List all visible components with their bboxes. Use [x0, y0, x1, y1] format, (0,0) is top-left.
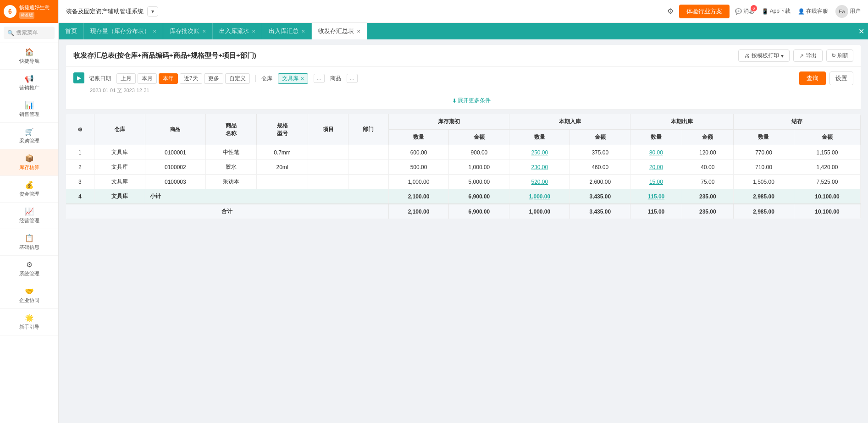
row-bal-qty: 770.00	[734, 145, 794, 160]
date-range-display: 2023-01-01 至 2023-12-31	[90, 88, 149, 93]
th-bal-qty: 数量	[734, 130, 794, 145]
th-out-amt: 金额	[682, 130, 733, 145]
sub-out-amt: 235.00	[682, 189, 733, 204]
messages-btn[interactable]: 💬 消息 6	[735, 7, 754, 15]
row-dept	[348, 160, 388, 175]
tab-close-batch[interactable]: ✕	[202, 29, 206, 34]
shortcut-this-year[interactable]: 本年	[159, 73, 178, 84]
th-dept: 部门	[348, 114, 388, 145]
basic-icon: 📋	[25, 234, 34, 242]
corp-icon: 🤝	[25, 287, 34, 296]
row-goods-code: 0100001	[145, 145, 205, 160]
content-area: 收发存汇总表(按仓库+商品编码+商品+规格型号+项目+部门) 🖨 按模板打印 ▾…	[59, 39, 868, 423]
goods-dots-btn[interactable]: ...	[347, 74, 358, 83]
sidebar-item-operations[interactable]: 📈 经营管理	[0, 203, 58, 229]
system-dropdown[interactable]: ▾	[147, 6, 158, 16]
print-btn[interactable]: 🖨 按模板打印 ▾	[738, 49, 790, 62]
sidebar-item-inventory[interactable]: 📦 库存核算	[0, 149, 58, 176]
row-warehouse: 文具库	[94, 175, 145, 189]
sub-warehouse: 文具库	[94, 189, 145, 204]
row-out-amt: 75.00	[682, 175, 733, 189]
sub-out-qty[interactable]: 115.00	[630, 189, 682, 204]
shortcut-7days[interactable]: 近7天	[180, 73, 202, 84]
shortcut-last-month[interactable]: 上月	[116, 73, 136, 84]
row-goods-spec: 20ml	[256, 160, 308, 175]
total-label: 合计	[66, 204, 388, 219]
row-dept	[348, 175, 388, 189]
row-out-qty[interactable]: 20.00	[630, 160, 682, 175]
row-goods-code: 0100003	[145, 175, 205, 189]
sub-open-amt: 6,900.00	[449, 189, 509, 204]
filter-toggle-btn[interactable]: ▶	[73, 72, 84, 83]
warehouse-dots-btn[interactable]: ...	[314, 74, 325, 83]
row-open-amt: 900.00	[449, 145, 509, 160]
warehouse-tag-close-icon[interactable]: ✕	[300, 76, 304, 81]
sidebar-item-marketing[interactable]: 📢 营销推广	[0, 70, 58, 96]
row-bal-qty: 1,505.00	[734, 175, 794, 189]
row-open-amt: 5,000.00	[449, 175, 509, 189]
row-in-qty[interactable]: 230.00	[509, 160, 570, 175]
th-in-amt: 金额	[570, 130, 630, 145]
shortcut-more[interactable]: 更多	[204, 73, 223, 84]
row-no: 2	[66, 160, 94, 175]
data-table-wrapper: ⚙ 仓库 商品 商品名称 规格型号 项目 部门 库存期初 本期入库 本期出库	[66, 114, 861, 219]
tab-close-all[interactable]: ✕	[858, 27, 868, 36]
export-btn[interactable]: ↗ 导出	[793, 49, 823, 62]
sidebar-item-purchase[interactable]: 🛒 采购管理	[0, 123, 58, 149]
sidebar-item-basic[interactable]: 📋 基础信息	[0, 229, 58, 256]
system-icon: ⚙	[26, 260, 33, 269]
th-warehouse: 仓库	[94, 114, 145, 145]
th-goods-name: 商品名称	[205, 114, 256, 145]
app-download-btn[interactable]: 📱 App下载	[762, 7, 791, 15]
sub-bal-amt: 10,100.00	[794, 189, 860, 204]
tab-collect[interactable]: 收发存汇总表 ✕	[312, 23, 367, 39]
sub-in-qty[interactable]: 1,000.00	[509, 189, 570, 204]
finance-icon: 💰	[25, 181, 34, 189]
sidebar-item-sales[interactable]: 📊 销售管理	[0, 96, 58, 123]
tab-summary[interactable]: 出入库汇总 ✕	[262, 23, 312, 39]
online-service-btn[interactable]: 👤 在线客服	[798, 7, 828, 15]
try-btn[interactable]: 体验行业方案	[679, 5, 730, 18]
query-btn[interactable]: 查询	[799, 71, 826, 85]
row-goods-name: 中性笔	[205, 145, 256, 160]
search-menu-button[interactable]: 🔍 搜索菜单	[4, 27, 55, 39]
tab-batch[interactable]: 库存批次账 ✕	[163, 23, 213, 39]
row-in-qty[interactable]: 250.00	[509, 145, 570, 160]
row-out-qty[interactable]: 15.00	[630, 175, 682, 189]
sidebar-item-finance[interactable]: 💰 资金管理	[0, 176, 58, 203]
filter-settings-btn[interactable]: 设置	[829, 71, 853, 85]
expand-more-btn[interactable]: ⬇ 展开更多条件	[452, 97, 491, 104]
tab-close-flow[interactable]: ✕	[252, 29, 255, 34]
row-out-qty[interactable]: 80.00	[630, 145, 682, 160]
filter-separator	[255, 75, 256, 82]
sales-icon: 📊	[25, 101, 34, 110]
row-out-amt: 40.00	[682, 160, 733, 175]
total-out-qty: 115.00	[630, 204, 682, 219]
warehouse-tag[interactable]: 文具库 ✕	[278, 73, 308, 84]
sidebar-item-system[interactable]: ⚙ 系统管理	[0, 256, 58, 282]
tab-close-collect[interactable]: ✕	[357, 29, 360, 34]
shortcut-this-month[interactable]: 本月	[138, 73, 157, 84]
tab-close-stock[interactable]: ✕	[153, 29, 156, 34]
tab-close-summary[interactable]: ✕	[301, 29, 305, 34]
logo-icon: 6	[4, 5, 17, 18]
table-settings-icon[interactable]: ⚙	[77, 126, 83, 133]
row-goods-code: 0100002	[145, 160, 205, 175]
sidebar-item-quick[interactable]: 🏠 快捷导航	[0, 43, 58, 70]
gear-icon[interactable]: ⚙	[667, 7, 674, 16]
sidebar-item-corp[interactable]: 🤝 企业协同	[0, 282, 58, 309]
date-filter-label: 记账日期	[89, 75, 111, 82]
user-area[interactable]: Ea 用户	[835, 5, 861, 18]
shortcut-custom[interactable]: 自定义	[225, 73, 250, 84]
tab-home[interactable]: 首页	[59, 23, 84, 39]
row-in-amt: 375.00	[570, 145, 630, 160]
total-bal-amt: 10,100.00	[794, 204, 860, 219]
sub-label: 小计	[145, 189, 388, 204]
th-settings[interactable]: ⚙	[66, 114, 94, 145]
sidebar-item-guide[interactable]: 🌟 新手引导	[0, 309, 58, 335]
refresh-btn[interactable]: ↻ 刷新	[826, 49, 853, 62]
tab-flow[interactable]: 出入库流水 ✕	[213, 23, 262, 39]
message-icon: 💬	[735, 8, 742, 15]
row-in-qty[interactable]: 520.00	[509, 175, 570, 189]
tab-stock[interactable]: 现存量（库存分布表） ✕	[84, 23, 163, 39]
